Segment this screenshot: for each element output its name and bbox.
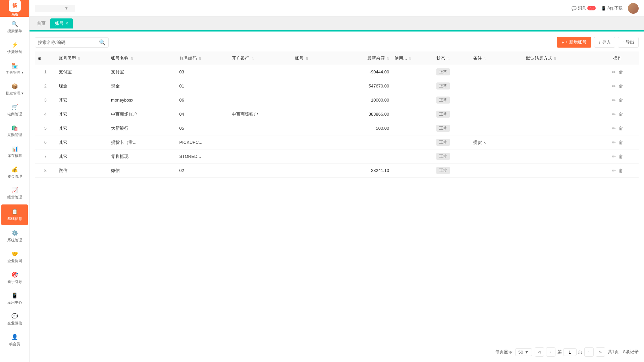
sidebar-item-应用中心[interactable]: 📱 应用中心 xyxy=(0,288,29,309)
sidebar-item-畅会员[interactable]: 👤 畅会员 xyxy=(0,330,29,351)
sidebar-icon-8: 📈 xyxy=(11,187,18,193)
delete-button-6[interactable]: 🗑 xyxy=(619,154,623,159)
next-page-button[interactable]: › xyxy=(584,347,594,357)
sidebar-item-企业微信[interactable]: 💬 企业微信 xyxy=(0,309,29,330)
content-area: 🔍 + + 新增账号 ↓ 导入 ↑ 导出 xyxy=(30,32,644,362)
status-badge-1: 正常 xyxy=(436,82,450,89)
cell-status-3: 正常 xyxy=(434,107,471,121)
cell-code-6: STORED... xyxy=(177,149,229,164)
edit-button-3[interactable]: ✏ xyxy=(612,112,616,117)
sidebar-item-批发管理[interactable]: 📦 批发管理 ▾ xyxy=(0,79,29,100)
table-row: 6 其它 提货卡（零... PICKUPC... 正常 提货卡 ✏ 🗑 xyxy=(35,135,639,149)
sidebar-item-基础信息[interactable]: 📋 基础信息 xyxy=(1,204,28,225)
cell-remark-4 xyxy=(471,121,523,135)
top-header: ▼ 💬 消息 99+ 📱 App下载 xyxy=(30,0,644,17)
cell-status-7: 正常 xyxy=(434,164,471,178)
edit-button-2[interactable]: ✏ xyxy=(612,98,616,103)
cell-remark-2 xyxy=(471,93,523,107)
last-page-button[interactable]: ⊳ xyxy=(596,347,605,357)
cell-remark-0 xyxy=(471,65,523,79)
header-search-input[interactable] xyxy=(38,6,64,11)
cell-account-1 xyxy=(292,79,334,93)
message-label: 消息 xyxy=(578,5,586,11)
table-row: 4 其它 中百商场账户 04 中百商场账户 383866.00 正常 ✏ 🗑 xyxy=(35,107,639,121)
cell-remark-3 xyxy=(471,107,523,121)
col-settings[interactable]: ⚙ xyxy=(35,52,56,65)
export-button[interactable]: ↑ 导出 xyxy=(618,37,639,48)
delete-button-3[interactable]: 🗑 xyxy=(619,112,623,117)
sidebar-item-系统管理[interactable]: ⚙️ 系统管理 xyxy=(0,226,29,247)
delete-button-2[interactable]: 🗑 xyxy=(619,98,623,103)
add-account-button[interactable]: + + 新增账号 xyxy=(557,37,591,48)
search-input[interactable] xyxy=(38,40,99,45)
delete-button-5[interactable]: 🗑 xyxy=(619,140,623,145)
col-remark-header[interactable]: 备注 ⇅ xyxy=(471,52,523,65)
pagination: 每页显示 50 ▼ ⊲ ‹ 第 页 › ⊳ 共1页，8条记录 xyxy=(495,347,639,357)
sidebar-item-快捷导航[interactable]: ⚡ 快捷导航 xyxy=(0,38,29,58)
message-button[interactable]: 💬 消息 99+ xyxy=(572,5,596,11)
edit-button-5[interactable]: ✏ xyxy=(612,140,616,145)
cell-default-6 xyxy=(523,149,597,164)
col-bank-header[interactable]: 开户银行 ⇅ xyxy=(229,52,292,65)
total-info: 共1页，8条记录 xyxy=(608,349,639,355)
search-box[interactable]: 🔍 xyxy=(35,37,109,48)
cell-type-2: 其它 xyxy=(56,93,109,107)
col-name-header[interactable]: 账号名称 ⇅ xyxy=(108,52,176,65)
sidebar-item-采购管理[interactable]: 🛍️ 采购管理 xyxy=(0,121,29,141)
sidebar-item-资金管理[interactable]: 💰 资金管理 xyxy=(0,162,29,183)
edit-button-4[interactable]: ✏ xyxy=(612,126,616,131)
edit-button-0[interactable]: ✏ xyxy=(612,69,616,75)
page-number-input[interactable] xyxy=(563,348,577,356)
search-icon[interactable]: 🔍 xyxy=(99,39,106,46)
sidebar-item-库存核算[interactable]: 📊 库存核算 xyxy=(0,141,29,162)
delete-button-4[interactable]: 🗑 xyxy=(619,126,623,131)
delete-button-7[interactable]: 🗑 xyxy=(619,168,623,173)
sidebar-item-电商管理[interactable]: 🛒 电商管理 xyxy=(0,100,29,121)
col-code-header[interactable]: 账号编码 ⇅ xyxy=(177,52,229,65)
import-button[interactable]: ↓ 导入 xyxy=(594,37,615,48)
edit-button-6[interactable]: ✏ xyxy=(612,154,616,159)
sidebar-item-零售管理[interactable]: 🏪 零售管理 ▾ xyxy=(0,58,29,79)
cell-bank-5 xyxy=(229,135,292,149)
sidebar-icon-6: 📊 xyxy=(11,145,18,152)
cell-default-0 xyxy=(523,65,597,79)
edit-button-7[interactable]: ✏ xyxy=(612,168,616,173)
table-row: 8 微信 微信 02 28241.10 正常 ✏ 🗑 xyxy=(35,164,639,178)
sidebar-icon-1: ⚡ xyxy=(11,42,18,48)
cell-type-5: 其它 xyxy=(56,135,109,149)
main-content: ▼ 💬 消息 99+ 📱 App下载 首页账号× 🔍 xyxy=(30,0,644,362)
header-left: ▼ xyxy=(35,5,75,12)
sidebar-label-8: 经营管理 xyxy=(7,195,22,200)
col-default-header[interactable]: 默认结算方式 ⇅ xyxy=(523,52,597,65)
delete-button-1[interactable]: 🗑 xyxy=(619,83,623,89)
user-avatar[interactable] xyxy=(628,3,639,14)
col-account-header[interactable]: 账号 ⇅ xyxy=(292,52,334,65)
sidebar-item-经营管理[interactable]: 📈 经营管理 xyxy=(0,183,29,204)
col-type-header[interactable]: 账号类型 ⇅ xyxy=(56,52,109,65)
delete-button-0[interactable]: 🗑 xyxy=(619,69,623,75)
col-usage-header[interactable]: 使用... ⇅ xyxy=(392,52,434,65)
cell-status-0: 正常 xyxy=(434,65,471,79)
tab-账号[interactable]: 账号× xyxy=(50,18,73,28)
per-page-select[interactable]: 50 ▼ xyxy=(515,348,532,356)
header-search-box[interactable]: ▼ xyxy=(35,5,75,12)
tab-首页[interactable]: 首页 xyxy=(32,18,50,28)
prev-page-button[interactable]: ‹ xyxy=(546,347,555,357)
cell-remark-5: 提货卡 xyxy=(471,135,523,149)
import-icon: ↓ xyxy=(598,40,601,45)
edit-button-1[interactable]: ✏ xyxy=(612,83,616,89)
sidebar-item-企业协同[interactable]: 🤝 企业协同 xyxy=(0,247,29,267)
cell-bank-3: 中百商场账户 xyxy=(229,107,292,121)
col-status-header[interactable]: 状态 ⇅ xyxy=(434,52,471,65)
sidebar-item-新手引导[interactable]: 🎯 新手引导 xyxy=(0,267,29,288)
sidebar-item-搜索菜单[interactable]: 🔍 搜索菜单 xyxy=(0,17,29,38)
cell-code-4: 05 xyxy=(177,121,229,135)
col-balance-header[interactable]: 最新余额 ⇅ xyxy=(334,52,392,65)
first-page-button[interactable]: ⊲ xyxy=(535,347,544,357)
cell-code-7: 02 xyxy=(177,164,229,178)
content-wrapper: 🔍 + + 新增账号 ↓ 导入 ↑ 导出 xyxy=(30,30,644,362)
tab-close-1[interactable]: × xyxy=(66,21,68,26)
cell-usage-2 xyxy=(392,93,434,107)
header-search-dropdown[interactable]: ▼ xyxy=(64,6,68,11)
app-download-button[interactable]: 📱 App下载 xyxy=(601,5,623,11)
